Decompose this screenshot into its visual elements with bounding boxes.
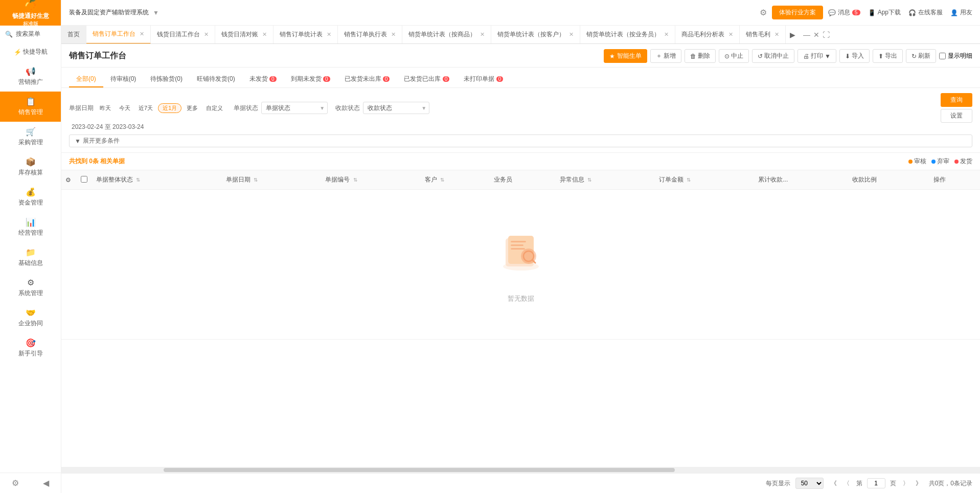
tab-profit-analysis[interactable]: 商品毛利分析表 ✕ [675,26,740,44]
th-gear[interactable]: ⚙ [61,170,77,190]
page-first-btn[interactable]: 《 [829,478,839,489]
delete-button[interactable]: 🗑 删除 [685,49,716,63]
tab-cash-daily[interactable]: 钱货日清工作台 ✕ [151,26,215,44]
gear-icon[interactable]: ⚙ [65,176,71,184]
filter-row: 单据日期 昨天 今天 近7天 近1月 更多 自定义 单据状态 单据状态 [69,93,972,123]
filter-date-7days[interactable]: 近7天 [135,103,156,113]
tab-maximize-icon[interactable]: ⛶ [822,30,831,40]
system-dropdown-arrow[interactable]: ▼ [153,9,159,16]
sidebar-item-system[interactable]: ⚙ 系统管理 [0,273,61,303]
tab-sales-summary-client[interactable]: 销货单统计表（按客户） ✕ [491,26,580,44]
tab-home[interactable]: 首页 [61,26,86,44]
un-review-action-btn[interactable]: 弃审 [931,157,949,166]
page-prev-btn[interactable]: 〈 [841,478,852,489]
sort-arrows-amount[interactable]: ⇅ [687,177,691,183]
sub-tab-shipped-out[interactable]: 已发货已出库 0 [397,72,457,87]
tab-more-button[interactable]: ▶ [786,31,800,39]
set-button[interactable]: 设置 [941,109,972,123]
filter-date-today[interactable]: 今天 [116,103,133,113]
sort-arrows-number[interactable]: ⇅ [353,177,357,183]
th-check[interactable] [77,170,92,190]
filter-payment-select[interactable]: 收款状态 [363,102,429,114]
tab-sales-summary-client-close[interactable]: ✕ [569,31,574,38]
sub-tab-pending-inspect[interactable]: 待拣验货(0) [143,72,190,87]
settings-icon[interactable]: ⚙ [12,478,19,488]
show-detail-checkbox[interactable] [939,53,946,59]
tab-sales-stats-close[interactable]: ✕ [327,31,331,38]
tab-sales-gross-close[interactable]: ✕ [774,31,779,38]
print-button[interactable]: 🖨 打印 ▼ [797,49,836,63]
refresh-button[interactable]: ↻ 刷新 [906,49,936,63]
filter-date-1month[interactable]: 近1月 [158,103,181,113]
filter-date-yesterday[interactable]: 昨天 [97,103,114,113]
sort-arrows-date[interactable]: ⇅ [254,177,258,183]
tab-sales-summary-staff-close[interactable]: ✕ [664,31,669,38]
online-service-item[interactable]: 🎧 在线客服 [908,8,943,17]
sidebar-search[interactable]: 🔍 搜索菜单 [0,26,61,42]
sidebar-item-sales[interactable]: 📋 销售管理 [0,92,61,122]
tab-sales-summary-product-close[interactable]: ✕ [480,31,485,38]
app-download-item[interactable]: 📱 App下载 [868,8,901,17]
sidebar-item-enterprise[interactable]: 🤝 企业协同 [0,303,61,333]
sub-tab-shipped-not-out[interactable]: 已发货未出库 0 [337,72,397,87]
sub-tab-pending-review[interactable]: 待审核(0) [103,72,144,87]
tab-sales-summary-staff[interactable]: 销货单统计表（按业务员） ✕ [580,26,675,44]
sidebar-item-basic[interactable]: 📁 基础信息 [0,242,61,273]
sub-tab-all[interactable]: 全部(0) [69,72,103,87]
tab-cash-daily-close[interactable]: ✕ [204,31,209,38]
sub-tab-overdue-ship[interactable]: 到期未发货 0 [284,72,337,87]
tab-sales-stats[interactable]: 销售订单统计表 ✕ [274,26,338,44]
sort-arrows-status[interactable]: ⇅ [136,177,140,183]
collapse-icon[interactable]: ◀ [43,478,49,488]
scrollbar-thumb[interactable] [164,468,675,472]
select-all-checkbox[interactable] [81,176,87,183]
tab-cash-reconcile-close[interactable]: ✕ [262,31,267,38]
filter-status-select[interactable]: 单据状态 [261,102,328,114]
tab-sales-summary-product[interactable]: 销货单统计表（按商品） ✕ [402,26,491,44]
sort-arrows-abnormal[interactable]: ⇅ [587,177,591,183]
page-next-btn[interactable]: 〉 [901,478,911,489]
add-button[interactable]: ＋ 新增 [650,49,681,63]
trial-button[interactable]: 体验行业方案 [772,6,823,19]
page-number-input[interactable] [867,478,885,488]
tab-sales-exec[interactable]: 销售订单执行表 ✕ [338,26,402,44]
query-button[interactable]: 查询 [941,93,972,107]
sub-tab-not-printed[interactable]: 未打印单据 0 [457,72,510,87]
stop-button[interactable]: ⊙ 中止 [719,49,749,63]
sidebar-item-operation[interactable]: 📊 经营管理 [0,212,61,242]
topbar-settings-icon[interactable]: ⚙ [760,8,767,17]
review-action-btn[interactable]: 审核 [908,157,926,166]
tab-sales-workbench-close[interactable]: ✕ [140,31,144,37]
message-item[interactable]: 💬 消息 5 [828,8,860,17]
user-item[interactable]: 👤 用友 [950,8,972,17]
tab-cash-reconcile[interactable]: 钱货日清对账 ✕ [215,26,274,44]
sidebar-item-finance[interactable]: 💰 资金管理 [0,182,61,212]
show-detail-label[interactable]: 显示明细 [939,52,972,60]
sub-tab-not-shipped[interactable]: 未发货 0 [242,72,284,87]
sort-arrows-client[interactable]: ⇅ [440,177,444,183]
tab-close-all-icon[interactable]: ✕ [812,30,821,40]
sidebar-item-quicknav[interactable]: ⚡ 快捷导航 [0,42,61,61]
sub-tab-wangpu-ship[interactable]: 旺铺待发货(0) [190,72,242,87]
tab-profit-analysis-close[interactable]: ✕ [728,31,733,38]
export-button[interactable]: ⬆ 导出 [873,49,903,63]
cancel-stop-button[interactable]: ↺ 取消中止 [752,49,794,63]
sidebar-item-marketing[interactable]: 📢 营销推广 [0,61,61,92]
tab-sales-exec-close[interactable]: ✕ [391,31,396,38]
page-suffix: 页 [888,478,898,489]
import-button[interactable]: ⬇ 导入 [839,49,870,63]
sidebar-item-purchase[interactable]: 🛒 采购管理 [0,122,61,152]
tab-minimize-icon[interactable]: — [802,30,811,40]
filter-date-more[interactable]: 更多 [184,103,201,113]
expand-filter-button[interactable]: ▼ 展开更多条件 [69,135,972,147]
smart-create-button[interactable]: ★ 智能生单 [604,49,647,63]
sidebar-item-inventory[interactable]: 📦 库存核算 [0,152,61,182]
per-page-select[interactable]: 10 20 50 100 [795,478,824,489]
filter-date-custom[interactable]: 自定义 [203,103,226,113]
sidebar-item-guide[interactable]: 🎯 新手引导 [0,333,61,363]
scrollbar-area[interactable] [61,467,980,473]
page-last-btn[interactable]: 》 [914,478,924,489]
tab-sales-gross[interactable]: 销售毛利 ✕ [740,26,786,44]
tab-sales-workbench[interactable]: 销售订单工作台 ✕ [86,26,151,44]
ship-action-btn[interactable]: 发货 [954,157,972,166]
